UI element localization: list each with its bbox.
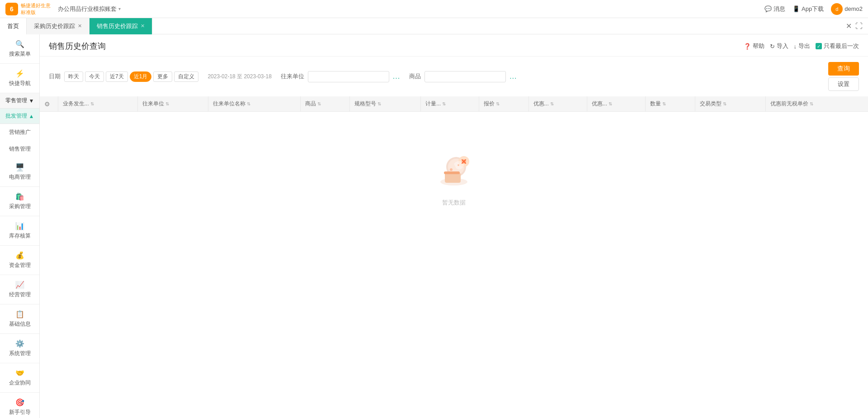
- th-goods[interactable]: 商品 ⇅: [300, 96, 350, 112]
- basic-icon: 📋: [15, 310, 24, 318]
- svg-rect-3: [445, 173, 461, 183]
- checkbox-icon: ✓: [816, 43, 822, 49]
- gear-icon[interactable]: ⚙: [44, 100, 50, 108]
- sidebar-item-inventory[interactable]: 📊 库存核算: [0, 216, 39, 246]
- sort-icon: ⇅: [317, 101, 321, 106]
- chevron-down-icon: ▼: [29, 98, 34, 104]
- page-header: 销售历史价查询 ❓ 帮助 ↻ 导入 ↓ 导出 ✓: [40, 34, 868, 57]
- date-btn-today[interactable]: 今天: [85, 71, 104, 82]
- th-discount2[interactable]: 优惠... ⇅: [587, 96, 645, 112]
- table-header-row: ⚙ 业务发生... ⇅ 往来单位: [40, 96, 868, 112]
- only-last-checkbox[interactable]: ✓ 只看最后一次: [816, 42, 859, 50]
- filter-actions: 查询 设置: [828, 62, 859, 91]
- th-price[interactable]: 报价 ⇅: [479, 96, 529, 112]
- goods-label: 商品: [409, 72, 421, 81]
- date-btn-7days[interactable]: 近7天: [106, 71, 128, 82]
- inventory-icon: 📊: [15, 222, 24, 230]
- goods-search-icon[interactable]: ...: [509, 72, 517, 81]
- from-unit-input[interactable]: [308, 71, 389, 82]
- sidebar-item-sales-mgmt[interactable]: 销售管理: [0, 141, 39, 157]
- chevron-up-icon: ▲: [29, 113, 34, 119]
- sidebar-item-ecommerce[interactable]: 🖥️ 电商管理: [0, 157, 39, 187]
- date-btn-1month[interactable]: 近1月: [130, 71, 152, 82]
- from-unit-search-icon[interactable]: ...: [393, 72, 400, 81]
- user-action[interactable]: d demo2: [831, 3, 863, 15]
- empty-text: 暂无数据: [442, 199, 466, 207]
- sidebar-item-retail[interactable]: 零售管理 ▼: [0, 93, 39, 109]
- th-business-date[interactable]: 业务发生... ⇅: [58, 96, 137, 112]
- table-header: ⚙ 业务发生... ⇅ 往来单位: [40, 96, 868, 112]
- sidebar-item-search[interactable]: 🔍 搜索菜单: [0, 34, 39, 64]
- th-trade-type[interactable]: 交易类型 ⇅: [695, 96, 766, 112]
- content-area: 销售历史价查询 ❓ 帮助 ↻ 导入 ↓ 导出 ✓: [40, 34, 868, 418]
- table-container: ⚙ 业务发生... ⇅ 往来单位: [40, 96, 868, 243]
- sidebar-item-marketing[interactable]: 营销推广: [0, 124, 39, 141]
- sidebar-item-operations[interactable]: 📈 经营管理: [0, 275, 39, 304]
- svg-point-8: [458, 164, 459, 166]
- guide-icon: 🎯: [15, 398, 24, 407]
- filter-bar: 日期 昨天 今天 近7天 近1月 更多 自定义 2023-02-18 至 202…: [40, 57, 868, 96]
- th-unit-code[interactable]: 往来单位 ⇅: [137, 96, 208, 112]
- sidebar-item-quick[interactable]: ⚡ 快捷导航: [0, 64, 39, 93]
- sort-icon: ⇅: [442, 101, 446, 106]
- sidebar-item-basic[interactable]: 📋 基础信息: [0, 304, 39, 334]
- th-quantity[interactable]: 数量 ⇅: [646, 96, 695, 112]
- th-unit[interactable]: 计量... ⇅: [420, 96, 479, 112]
- export-action[interactable]: ↓ 导出: [794, 42, 811, 50]
- sidebar-item-guide[interactable]: 🎯 新手引导: [0, 393, 39, 418]
- sort-icon: ⇅: [550, 101, 554, 106]
- cooperation-icon: 🤝: [15, 369, 24, 377]
- query-button[interactable]: 查询: [828, 62, 859, 76]
- from-unit-label: 往来单位: [281, 72, 304, 81]
- goods-input[interactable]: [425, 71, 506, 82]
- close-tab-button[interactable]: ✕: [846, 22, 852, 30]
- page-title: 销售历史价查询: [49, 41, 106, 52]
- top-bar-right: 💬 消息 📱 App下载 d demo2: [764, 3, 863, 15]
- close-purchase-tab[interactable]: ✕: [78, 23, 82, 29]
- th-discount1[interactable]: 优惠... ⇅: [528, 96, 587, 112]
- close-sales-tab[interactable]: ✕: [141, 23, 145, 29]
- maximize-button[interactable]: ⛶: [855, 22, 863, 30]
- export-icon: ↓: [794, 43, 797, 50]
- date-btn-more[interactable]: 更多: [153, 71, 172, 82]
- lightning-icon: ⚡: [15, 69, 24, 78]
- page-content: 销售历史价查询 ❓ 帮助 ↻ 导入 ↓ 导出 ✓: [40, 34, 868, 418]
- tab-sales[interactable]: 销售历史价跟踪 ✕: [90, 18, 152, 34]
- setting-button[interactable]: 设置: [828, 77, 859, 91]
- empty-state: 暂无数据: [40, 112, 868, 243]
- sidebar: 🔍 搜索菜单 ⚡ 快捷导航 零售管理 ▼ 批发管理 ▲ 营销推广 销售管理 🖥️…: [0, 34, 40, 418]
- message-action[interactable]: 💬 消息: [764, 5, 785, 13]
- ecommerce-icon: 🖥️: [15, 163, 24, 171]
- date-range-text: 2023-02-18 至 2023-03-18: [208, 73, 271, 81]
- empty-icon: [431, 148, 476, 193]
- date-btn-custom[interactable]: 自定义: [174, 71, 198, 82]
- goods-filter: 商品 ...: [409, 71, 517, 82]
- sort-icon: ⇅: [247, 101, 250, 106]
- svg-rect-4: [444, 171, 460, 174]
- chevron-down-icon: ▾: [118, 6, 121, 11]
- sort-icon: ⇅: [662, 101, 666, 106]
- page-header-actions: ❓ 帮助 ↻ 导入 ↓ 导出 ✓ 只看最后一次: [744, 42, 859, 50]
- top-bar-left: 6 畅捷通好生意 标准版 办公用品行业模拟账套 ▾: [5, 2, 124, 15]
- avatar: d: [831, 3, 843, 15]
- th-spec[interactable]: 规格型号 ⇅: [350, 96, 421, 112]
- empty-illustration: [431, 148, 476, 193]
- help-action[interactable]: ❓ 帮助: [744, 42, 764, 50]
- download-action[interactable]: 📱 App下载: [793, 5, 824, 13]
- date-btn-yesterday[interactable]: 昨天: [64, 71, 83, 82]
- help-icon: ❓: [744, 43, 751, 50]
- sidebar-item-purchase[interactable]: 🛍️ 采购管理: [0, 187, 39, 216]
- th-no-tax-price[interactable]: 优惠前无税单价 ⇅: [766, 96, 868, 112]
- tab-home[interactable]: 首页: [0, 18, 27, 34]
- import-action[interactable]: ↻ 导入: [770, 42, 788, 50]
- sidebar-item-finance[interactable]: 💰 资金管理: [0, 246, 39, 275]
- sidebar-item-wholesale[interactable]: 批发管理 ▲: [0, 109, 39, 124]
- sidebar-item-system[interactable]: ⚙️ 系统管理: [0, 334, 39, 363]
- sort-icon: ⇅: [723, 101, 726, 106]
- th-unit-name[interactable]: 往来单位名称 ⇅: [208, 96, 301, 112]
- sort-icon: ⇅: [810, 101, 813, 106]
- app-selector[interactable]: 办公用品行业模拟账套 ▾: [54, 3, 124, 15]
- date-buttons: 昨天 今天 近7天 近1月 更多 自定义: [64, 71, 198, 82]
- tab-purchase[interactable]: 采购历史价跟踪 ✕: [27, 18, 90, 34]
- sidebar-item-cooperation[interactable]: 🤝 企业协同: [0, 363, 39, 393]
